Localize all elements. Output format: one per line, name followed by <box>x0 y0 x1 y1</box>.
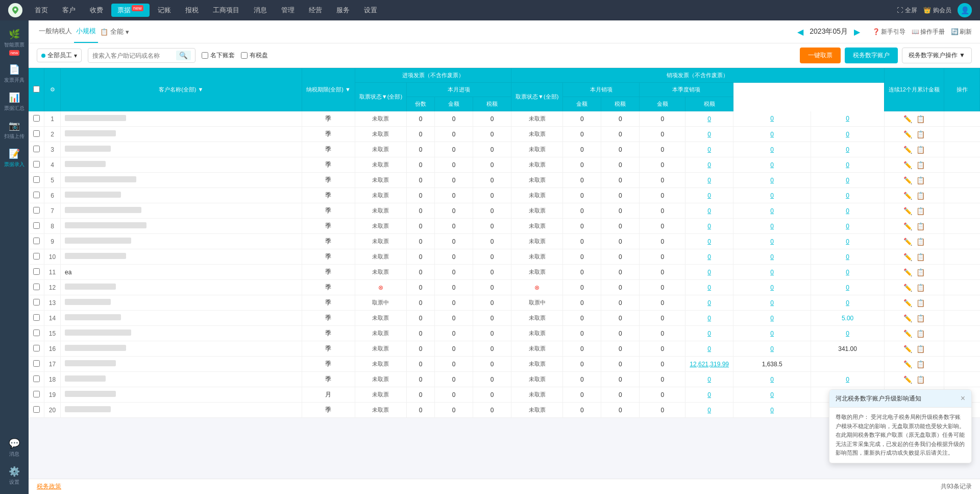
row-checkbox[interactable] <box>33 253 40 260</box>
row-checkbox[interactable] <box>33 330 40 336</box>
nav-item-记账[interactable]: 记账 <box>152 4 177 17</box>
tax-operation-btn[interactable]: 税务数字账户操作 ▼ <box>902 48 972 63</box>
copy-icon[interactable]: 📋 <box>916 207 925 215</box>
copy-icon[interactable]: 📋 <box>916 345 925 353</box>
row-checkbox[interactable] <box>33 299 40 305</box>
copy-icon[interactable]: 📋 <box>916 253 925 261</box>
row-checkbox[interactable] <box>33 222 40 229</box>
row-checkbox[interactable] <box>33 406 40 413</box>
copy-icon[interactable]: 📋 <box>916 314 925 322</box>
row-checkbox[interactable] <box>33 360 40 367</box>
edit-icon[interactable]: ✏️ <box>903 146 912 154</box>
row-checkbox[interactable] <box>33 176 40 183</box>
row-checkbox[interactable] <box>33 130 40 137</box>
search-input[interactable] <box>92 52 174 59</box>
tax-disk-checkbox[interactable] <box>241 52 248 59</box>
user-avatar[interactable]: 👤 <box>958 3 972 17</box>
copy-icon[interactable]: 📋 <box>916 360 925 368</box>
copy-icon[interactable]: 📋 <box>916 192 925 200</box>
tab-full[interactable]: 📋 全能 ▾ <box>98 21 131 42</box>
edit-icon[interactable]: ✏️ <box>903 268 912 276</box>
row-checkbox[interactable] <box>33 207 40 214</box>
copy-icon[interactable]: 📋 <box>916 161 925 169</box>
sidebar-item-settings[interactable]: ⚙️ 设置 <box>7 462 22 490</box>
copy-icon[interactable]: 📋 <box>916 130 925 138</box>
edit-icon[interactable]: ✏️ <box>903 375 912 384</box>
row-checkbox[interactable] <box>33 345 40 351</box>
edit-icon[interactable]: ✏️ <box>903 115 912 123</box>
ledger-filter[interactable]: 名下账套 <box>202 51 235 60</box>
edit-icon[interactable]: ✏️ <box>903 192 912 200</box>
row-checkbox[interactable] <box>33 115 40 122</box>
edit-icon[interactable]: ✏️ <box>903 207 912 215</box>
nav-item-首页[interactable]: 首页 <box>29 4 54 17</box>
row-checkbox[interactable] <box>33 146 40 152</box>
row-checkbox[interactable] <box>33 268 40 275</box>
edit-icon[interactable]: ✏️ <box>903 330 912 338</box>
prev-month-btn[interactable]: ◀ <box>797 27 803 37</box>
row-checkbox[interactable] <box>33 314 40 321</box>
nav-item-报税[interactable]: 报税 <box>179 4 205 17</box>
sidebar-item-扫描上传[interactable]: 📷扫描上传 <box>2 116 27 144</box>
copy-icon[interactable]: 📋 <box>916 299 925 307</box>
tax-digital-btn[interactable]: 税务数字账户 <box>845 48 898 63</box>
row-checkbox[interactable] <box>33 238 40 244</box>
copy-icon[interactable]: 📋 <box>916 176 925 184</box>
edit-icon[interactable]: ✏️ <box>903 238 912 246</box>
nav-item-票据[interactable]: 票据new <box>111 4 150 17</box>
edit-icon[interactable]: ✏️ <box>903 284 912 292</box>
copy-icon[interactable]: 📋 <box>916 284 925 292</box>
tax-policy-link[interactable]: 税务政策 <box>37 482 61 491</box>
refresh-link[interactable]: 🔄 刷新 <box>951 28 972 36</box>
nav-item-客户[interactable]: 客户 <box>56 4 82 17</box>
next-month-btn[interactable]: ▶ <box>854 27 860 37</box>
edit-icon[interactable]: ✏️ <box>903 314 912 322</box>
edit-icon[interactable]: ✏️ <box>903 253 912 261</box>
copy-icon[interactable]: 📋 <box>916 268 925 276</box>
sidebar-item-智能票票[interactable]: 🌿智能票票new <box>2 25 27 60</box>
edit-icon[interactable]: ✏️ <box>903 161 912 169</box>
edit-icon[interactable]: ✏️ <box>903 360 912 368</box>
tax-disk-filter[interactable]: 有税盘 <box>241 51 268 60</box>
nav-item-工商项目[interactable]: 工商项目 <box>207 4 246 17</box>
member-btn[interactable]: 👑 购会员 <box>923 6 951 15</box>
sidebar-item-发票开具[interactable]: 📄发票开具 <box>2 60 27 88</box>
sidebar-item-票据录入[interactable]: 📝票据录入 <box>2 144 27 172</box>
copy-icon[interactable]: 📋 <box>916 330 925 338</box>
edit-icon[interactable]: ✏️ <box>903 176 912 184</box>
nav-item-设置[interactable]: 设置 <box>358 4 383 17</box>
nav-item-经营[interactable]: 经营 <box>303 4 328 17</box>
nav-item-收费[interactable]: 收费 <box>84 4 109 17</box>
copy-icon[interactable]: 📋 <box>916 146 925 154</box>
edit-icon[interactable]: ✏️ <box>903 130 912 138</box>
notif-close-btn[interactable]: × <box>961 394 965 403</box>
nav-item-消息[interactable]: 消息 <box>248 4 273 17</box>
ledger-checkbox[interactable] <box>202 52 208 59</box>
employee-filter[interactable]: 全部员工 ▾ <box>37 49 82 62</box>
sidebar-item-message[interactable]: 💬 消息 <box>7 434 22 462</box>
edit-icon[interactable]: ✏️ <box>903 222 912 230</box>
guide-link[interactable]: ❓ 新手引导 <box>872 28 905 36</box>
nav-item-管理[interactable]: 管理 <box>275 4 301 17</box>
row-checkbox[interactable] <box>33 161 40 168</box>
search-button[interactable]: 🔍 <box>176 51 191 60</box>
row-checkbox[interactable] <box>33 284 40 290</box>
copy-icon[interactable]: 📋 <box>916 115 925 123</box>
manual-link[interactable]: 📖 操作手册 <box>912 28 945 36</box>
row-checkbox[interactable] <box>33 391 40 397</box>
return-amount-cell: 0 <box>685 387 733 403</box>
one-key-btn[interactable]: 一键取票 <box>800 48 841 63</box>
tab-small-scale[interactable]: 小规模 <box>74 20 98 43</box>
edit-icon[interactable]: ✏️ <box>903 299 912 307</box>
edit-icon[interactable]: ✏️ <box>903 345 912 353</box>
sidebar-item-票据汇总[interactable]: 📊票据汇总 <box>2 88 27 116</box>
row-checkbox[interactable] <box>33 375 40 382</box>
fullscreen-btn[interactable]: ⛶ 全屏 <box>897 6 917 15</box>
copy-icon[interactable]: 📋 <box>916 238 925 246</box>
copy-icon[interactable]: 📋 <box>916 375 925 384</box>
copy-icon[interactable]: 📋 <box>916 222 925 230</box>
nav-item-服务[interactable]: 服务 <box>330 4 356 17</box>
select-all-checkbox[interactable] <box>33 86 40 92</box>
tab-general-taxpayer[interactable]: 一般纳税人 <box>37 20 74 43</box>
row-checkbox[interactable] <box>33 192 40 198</box>
